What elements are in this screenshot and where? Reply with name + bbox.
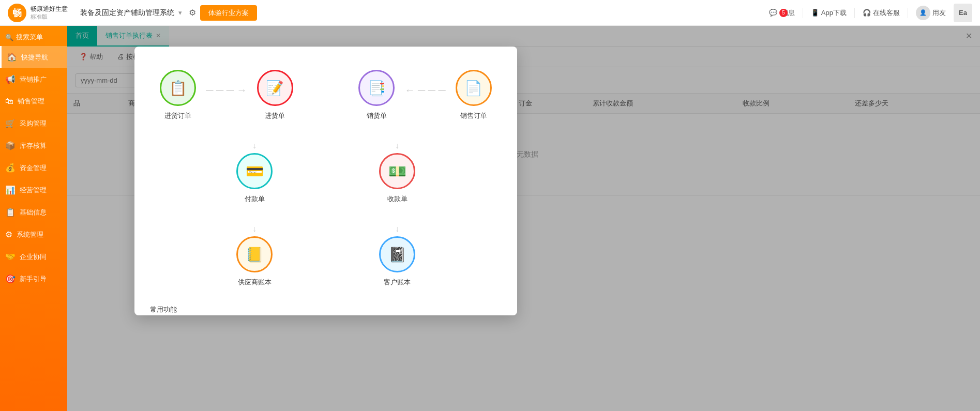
home-icon: 🏠 xyxy=(7,52,17,62)
sales-bill-icon: 📑 xyxy=(358,70,395,106)
sales-order-label: 销售订单 xyxy=(460,111,487,120)
sidebar-item-label: 营销推广 xyxy=(20,75,47,84)
search-icon: 🔍 xyxy=(5,34,13,41)
sidebar-item-label: 系统管理 xyxy=(17,230,43,239)
ea-avatar: Ea xyxy=(954,4,972,22)
sidebar-item-newbie[interactable]: 🎯 新手引导 xyxy=(0,268,67,290)
sidebar-item-system[interactable]: ⚙ 系统管理 xyxy=(0,223,67,246)
flow-node-supplier-ledger[interactable]: ↓ 📒 供应商账本 xyxy=(216,217,293,295)
supplier-ledger-label: 供应商账本 xyxy=(238,278,272,287)
basic-info-icon: 📋 xyxy=(5,207,16,217)
divider xyxy=(803,8,803,18)
sidebar-item-inventory[interactable]: 📦 库存核算 xyxy=(0,134,67,157)
sidebar-item-label: 经营管理 xyxy=(20,186,47,195)
common-functions-title: 常用功能 xyxy=(150,305,502,314)
online-service-label: 在线客服 xyxy=(873,8,900,18)
sidebar-item-label: 新手引导 xyxy=(20,275,47,284)
flow-node-customer-ledger[interactable]: ↓ 📓 客户账本 xyxy=(359,217,435,295)
arrow-left-1: ← ─ ─ ─ xyxy=(405,84,446,96)
settings-icon[interactable]: ⚙ xyxy=(189,8,196,18)
flow-node-purchase-order[interactable]: 📋 进货订单 xyxy=(150,62,206,128)
arrow-down-sup: ↓ xyxy=(252,224,257,234)
modal-overlay[interactable]: 📋 进货订单 ─ ─ ─ → 📝 进货单 xyxy=(67,26,980,411)
arrow-right-1: ─ ─ ─ → xyxy=(206,84,247,96)
purchase-order-label: 进货订单 xyxy=(164,111,191,120)
sales-bill-label: 销货单 xyxy=(367,111,387,120)
sidebar-item-quick-nav[interactable]: 🏠 快捷导航 xyxy=(0,46,67,68)
sidebar-item-label: 资金管理 xyxy=(20,163,47,173)
top-header: 畅 畅康通好生意 标准版 装备及固定资产辅助管理系统 ▾ ⚙ 体验行业方案 💬 … xyxy=(0,0,980,26)
flow-node-payment-slip[interactable]: ↓ 💳 付款单 xyxy=(216,133,293,211)
divider2 xyxy=(854,8,855,18)
enterprise-icon: 🤝 xyxy=(5,252,16,262)
purchase-order-icon: 📋 xyxy=(160,70,196,106)
avatar: 👤 xyxy=(916,6,930,20)
supplier-ledger-icon: 📒 xyxy=(236,236,273,272)
dropdown-arrow-icon[interactable]: ▾ xyxy=(178,9,182,17)
customer-ledger-label: 客户账本 xyxy=(384,278,411,287)
sidebar-item-purchase[interactable]: 🛒 采购管理 xyxy=(0,112,67,134)
content-area: 首页 销售订单执行表 ✕ ✕ ❓ 帮助 🖨 按模板打印 ▾ ⬇ 导 xyxy=(67,26,980,411)
sidebar-search[interactable]: 🔍 搜索菜单 xyxy=(0,28,67,46)
app-download-label: App下载 xyxy=(821,8,847,18)
payment-slip-icon: 💳 xyxy=(236,153,273,189)
message-badge: 5 xyxy=(779,9,788,17)
online-service-btn[interactable]: 🎧 在线客服 xyxy=(863,8,900,18)
newbie-icon: 🎯 xyxy=(5,274,16,284)
sidebar-item-label: 销售管理 xyxy=(18,97,44,106)
flow-node-sales-bill[interactable]: 📑 销货单 xyxy=(349,62,404,128)
receipt-slip-label: 收款单 xyxy=(387,194,408,204)
main-layout: 🔍 搜索菜单 🏠 快捷导航 📢 营销推广 🛍 销售管理 🛒 采购管理 📦 库存核… xyxy=(0,26,980,411)
purchase-bill-label: 进货单 xyxy=(265,111,285,120)
ea-label: Ea xyxy=(959,9,967,17)
purchase-icon: 🛒 xyxy=(5,118,16,128)
sidebar-item-marketing[interactable]: 📢 营销推广 xyxy=(0,68,67,90)
sidebar-item-label: 基础信息 xyxy=(20,208,47,217)
service-icon: 🎧 xyxy=(863,9,871,17)
app-subtitle: 标准版 xyxy=(31,13,68,20)
flow-node-sales-order[interactable]: 📄 销售订单 xyxy=(446,62,502,128)
sidebar-item-basic-info[interactable]: 📋 基础信息 xyxy=(0,201,67,223)
customer-ledger-icon: 📓 xyxy=(379,236,415,272)
search-menu-label: 搜索菜单 xyxy=(16,33,43,42)
sales-order-icon: 📄 xyxy=(456,70,492,106)
app-download-btn[interactable]: 📱 App下载 xyxy=(811,8,847,18)
download-icon: 📱 xyxy=(811,9,819,17)
flow-node-purchase-bill[interactable]: 📝 进货单 xyxy=(247,62,303,128)
common-functions: 常用功能 商品 往来单位 现存量(库存状况表) 现存量(库存分布表) 销售毛利分… xyxy=(150,305,502,315)
sidebar-item-enterprise[interactable]: 🤝 企业协同 xyxy=(0,246,67,268)
app-name: 畅康通好生意 xyxy=(31,5,68,13)
system-title: 装备及固定资产辅助管理系统 xyxy=(80,8,174,18)
flow-row-1: 📋 进货订单 ─ ─ ─ → 📝 进货单 xyxy=(150,62,502,128)
finance-icon: 💰 xyxy=(5,163,16,173)
sidebar-item-sales[interactable]: 🛍 销售管理 xyxy=(0,90,67,112)
sidebar-item-label: 快捷导航 xyxy=(21,53,48,62)
arrow-down-pay: ↓ xyxy=(252,141,257,150)
experience-btn[interactable]: 体验行业方案 xyxy=(200,5,257,21)
flow-row-2: ↓ 💳 付款单 ↓ 💵 收款单 xyxy=(150,133,502,211)
sidebar-item-label: 采购管理 xyxy=(20,119,47,128)
purchase-bill-icon: 📝 xyxy=(257,70,293,106)
message-icon: 💬 xyxy=(769,9,777,17)
sidebar-item-label: 企业协同 xyxy=(20,252,47,262)
message-btn[interactable]: 💬 5 消息 xyxy=(769,8,795,18)
flow-row-3: ↓ 📒 供应商账本 ↓ 📓 客户账本 xyxy=(150,217,502,295)
user-menu[interactable]: 👤 用友 xyxy=(916,6,946,20)
logo-area: 畅 畅康通好生意 标准版 xyxy=(8,4,75,22)
receipt-slip-icon: 💵 xyxy=(379,153,415,189)
sidebar-item-operations[interactable]: 📊 经营管理 xyxy=(0,179,67,201)
marketing-icon: 📢 xyxy=(5,74,16,84)
header-right: 💬 5 消息 📱 App下载 🎧 在线客服 👤 用友 Ea xyxy=(769,4,972,22)
flow-node-receipt-slip[interactable]: ↓ 💵 收款单 xyxy=(359,133,435,211)
sidebar-item-label: 库存核算 xyxy=(20,141,47,150)
system-icon: ⚙ xyxy=(5,230,12,239)
payment-slip-label: 付款单 xyxy=(245,194,265,204)
logo-text: 畅康通好生意 标准版 xyxy=(31,5,68,21)
sidebar: 🔍 搜索菜单 🏠 快捷导航 📢 营销推广 🛍 销售管理 🛒 采购管理 📦 库存核… xyxy=(0,26,67,411)
sidebar-item-finance[interactable]: 💰 资金管理 xyxy=(0,157,67,179)
arrow-down-cust: ↓ xyxy=(395,224,399,234)
inventory-icon: 📦 xyxy=(5,141,16,150)
divider3 xyxy=(908,8,908,18)
sales-icon: 🛍 xyxy=(5,97,13,106)
modal-content: 📋 进货订单 ─ ─ ─ → 📝 进货单 xyxy=(134,47,517,315)
